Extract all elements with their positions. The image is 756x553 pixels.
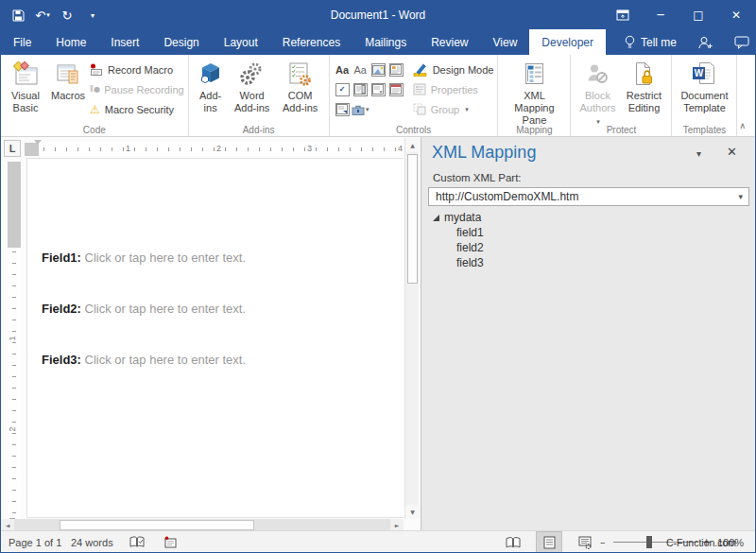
tab-mailings[interactable]: Mailings <box>352 29 419 55</box>
vertical-scrollbar[interactable]: ▲ ▼ <box>404 138 419 519</box>
record-macro-button[interactable]: Record Macro <box>90 60 184 79</box>
tab-view[interactable]: View <box>481 29 530 55</box>
collapse-ribbon-icon[interactable]: ∧ <box>739 121 746 130</box>
group-label-controls: Controls <box>330 125 498 135</box>
ruler-number: 2 <box>8 426 17 431</box>
document-template-button[interactable]: W Document Template <box>676 57 732 114</box>
macros-icon <box>56 60 80 88</box>
rich-text-control-button[interactable]: Aa <box>335 63 349 77</box>
design-mode-icon <box>413 62 428 78</box>
addins-button[interactable]: Add-ins <box>193 57 229 114</box>
vertical-ruler[interactable]: 1 2 3 <box>8 162 21 531</box>
custom-xml-part-label: Custom XML Part: <box>433 172 522 183</box>
group-label-code: Code <box>1 125 188 135</box>
building-block-gallery-control-button[interactable] <box>389 63 404 77</box>
ruler-number: 1 <box>8 336 17 340</box>
horizontal-ruler[interactable]: 1 2 3 4 <box>25 143 404 156</box>
warning-icon: ⚠ <box>90 103 100 116</box>
status-bar: Page 1 of 1 24 words – + 100% C-Function… <box>1 530 755 552</box>
group-button: Group ▾ <box>413 99 494 119</box>
tab-file[interactable]: File <box>1 29 43 55</box>
properties-icon <box>413 83 426 95</box>
tree-node-field1[interactable]: field1 <box>456 226 484 239</box>
xml-mapping-pane-button[interactable]: XML Mapping Pane <box>502 57 566 127</box>
dropdown-list-control-button[interactable] <box>371 83 386 96</box>
group-addins: Add-ins Word Add-ins COM Add-ins Add-ins <box>189 55 330 136</box>
addins-cube-icon <box>198 60 223 88</box>
tab-home[interactable]: Home <box>43 29 98 55</box>
field1-label: Field1: <box>42 251 81 265</box>
minimize-button[interactable]: ─ <box>642 1 679 29</box>
zoom-slider-thumb[interactable] <box>646 536 652 548</box>
repeating-section-control-button[interactable] <box>335 103 350 116</box>
print-layout-button[interactable] <box>536 531 562 553</box>
web-layout-button[interactable] <box>572 531 598 553</box>
combobox-value: http://CustomDemoXML.htm <box>436 190 578 203</box>
pane-options-icon[interactable]: ▾ <box>696 148 701 159</box>
plain-text-control-button[interactable]: Aa <box>353 63 366 77</box>
tab-insert[interactable]: Insert <box>98 29 151 55</box>
window-controls: ─ □ ✕ <box>604 1 755 29</box>
zoom-out-button[interactable]: – <box>600 531 606 553</box>
tree-expand-icon[interactable] <box>433 215 439 221</box>
scroll-up-icon[interactable]: ▲ <box>405 138 420 152</box>
macros-button[interactable]: Macros <box>46 57 90 102</box>
tab-references[interactable]: References <box>270 29 352 55</box>
vertical-scroll-thumb[interactable] <box>407 154 418 284</box>
pane-close-icon[interactable]: ✕ <box>727 145 737 159</box>
read-mode-button[interactable] <box>500 531 526 553</box>
macro-status-icon[interactable] <box>163 531 178 553</box>
field1-placeholder[interactable]: Click or tap here to enter text. <box>85 251 247 265</box>
group-templates: W Document Template Templates <box>672 55 737 136</box>
macro-security-button[interactable]: ⚠ Macro Security <box>90 99 184 119</box>
legacy-tools-button[interactable]: ▾ <box>352 103 369 116</box>
field3-placeholder[interactable]: Click or tap here to enter text. <box>85 353 247 367</box>
ribbon-display-options-icon[interactable] <box>604 1 642 29</box>
horizontal-scroll-thumb[interactable] <box>60 520 254 530</box>
ruler-number: 3 <box>305 144 314 153</box>
tab-review[interactable]: Review <box>419 29 480 55</box>
restrict-editing-icon <box>633 60 655 88</box>
com-addins-button[interactable]: COM Add-ins <box>276 57 325 114</box>
tab-developer[interactable]: Developer <box>529 29 606 55</box>
close-button[interactable]: ✕ <box>717 1 755 29</box>
document-page[interactable]: Field1: Click or tap here to enter text.… <box>26 158 404 518</box>
page-count-status[interactable]: Page 1 of 1 <box>9 531 61 553</box>
tell-me-box[interactable]: Tell me <box>625 35 677 49</box>
proofing-status-icon[interactable] <box>129 531 145 553</box>
visual-basic-button[interactable]: Visual Basic <box>5 57 46 114</box>
tab-layout[interactable]: Layout <box>212 29 270 55</box>
visual-basic-icon <box>12 60 39 88</box>
scroll-down-icon[interactable]: ▼ <box>405 505 420 519</box>
tab-design[interactable]: Design <box>151 29 211 55</box>
combo-box-control-button[interactable] <box>353 83 368 96</box>
group-code: Visual Basic Macros Record Macro II ● Pa… <box>1 55 189 136</box>
content-control-field2[interactable]: Field2: Click or tap here to enter text. <box>42 302 246 316</box>
checkbox-control-button[interactable]: ✓ <box>335 83 350 96</box>
comments-icon[interactable] <box>734 36 749 49</box>
xml-mapping-pane: XML Mapping ▾ ✕ Custom XML Part: http://… <box>421 137 756 531</box>
restrict-editing-button[interactable]: Restrict Editing <box>620 57 667 114</box>
tree-node-field2[interactable]: field2 <box>456 241 484 254</box>
field2-placeholder[interactable]: Click or tap here to enter text. <box>85 302 247 316</box>
word-addins-button[interactable]: Word Add-ins <box>229 57 276 114</box>
ribbon: Visual Basic Macros Record Macro II ● Pa… <box>1 55 755 137</box>
document-area: L 1 2 3 4 1 2 3 Field1: Click or tap her… <box>1 137 421 531</box>
share-sign-in-icon[interactable] <box>697 36 713 49</box>
design-mode-button[interactable]: Design Mode <box>413 60 494 79</box>
group-label-mapping: Mapping <box>498 125 570 135</box>
tree-node-mydata[interactable]: mydata <box>444 211 481 224</box>
date-picker-control-button[interactable] <box>389 83 404 96</box>
tree-node-field3[interactable]: field3 <box>456 256 484 269</box>
content-controls-grid: Aa Aa ✓ ▾ <box>334 57 405 119</box>
group-icon <box>413 103 426 115</box>
content-control-field1[interactable]: Field1: Click or tap here to enter text. <box>42 251 246 265</box>
tab-stop-selector[interactable]: L <box>4 140 21 157</box>
picture-control-button[interactable] <box>371 63 386 77</box>
group-controls: Aa Aa ✓ ▾ De <box>330 55 499 136</box>
custom-xml-part-combobox[interactable]: http://CustomDemoXML.htm ▾ <box>428 187 749 206</box>
combobox-dropdown-icon[interactable]: ▾ <box>738 192 743 201</box>
maximize-button[interactable]: □ <box>679 1 717 29</box>
content-control-field3[interactable]: Field3: Click or tap here to enter text. <box>42 353 246 367</box>
word-count-status[interactable]: 24 words <box>71 531 113 553</box>
